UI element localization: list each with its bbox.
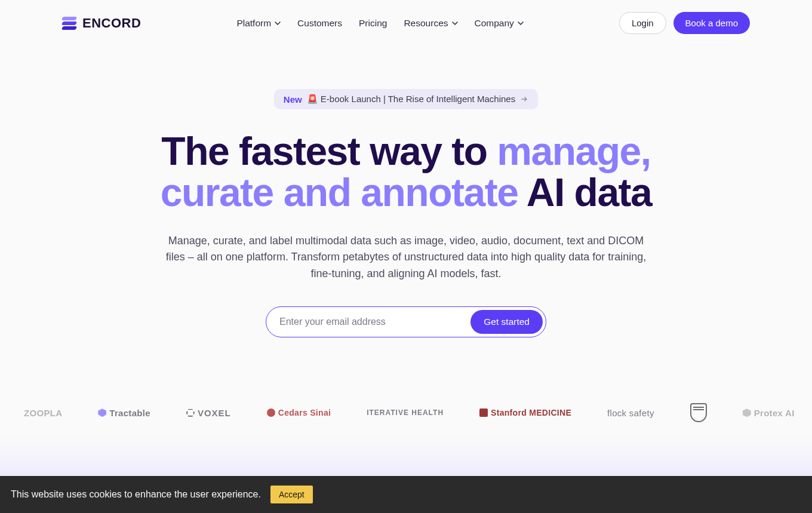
book-demo-button[interactable]: Book a demo [673, 12, 750, 34]
tree-icon [479, 408, 488, 417]
cube-icon [743, 408, 751, 417]
client-logo-tractable: Tractable [98, 408, 150, 418]
nav-label: Platform [236, 18, 271, 29]
swirl-icon [267, 408, 275, 417]
cookie-accept-button[interactable]: Accept [270, 486, 313, 503]
chevron-down-icon [518, 20, 524, 26]
client-logo-philips [690, 403, 707, 422]
philips-shield-icon [690, 403, 707, 422]
nav-label: Company [475, 18, 514, 29]
nav-item-resources[interactable]: Resources [404, 18, 457, 29]
headline-pre: The fastest way to [161, 129, 497, 173]
arrow-right-icon [520, 95, 528, 103]
client-logo-stanford: Stanford MEDICINE [479, 408, 571, 417]
client-logo-zoopla: ZOOPLA [24, 408, 62, 418]
client-logo-iterative: ITERATIVE HEALTH [367, 408, 444, 417]
client-logo-protex: Protex AI [743, 408, 795, 418]
logo-mark-icon [62, 16, 78, 31]
hexagon-icon [186, 408, 195, 417]
email-input[interactable] [279, 317, 470, 327]
announcement-badge: New [284, 94, 302, 105]
client-logo-flock: flock safety [607, 408, 654, 418]
chevron-down-icon [275, 20, 281, 26]
navbar: eNCORD Platform Customers Pricing Resour… [48, 0, 764, 46]
hero: New 🚨 E-book Launch | The Rise of Intell… [119, 89, 693, 337]
announcement-pill[interactable]: New 🚨 E-book Launch | The Rise of Intell… [274, 89, 538, 109]
cookie-text: This website uses cookies to enhance the… [11, 489, 261, 500]
cookie-banner: This website uses cookies to enhance the… [0, 476, 812, 513]
chevron-down-icon [452, 20, 458, 26]
brand-name: eNCORD [82, 16, 141, 31]
nav-label: Resources [404, 18, 448, 29]
brand-logo[interactable]: eNCORD [62, 16, 141, 31]
nav-label: Pricing [359, 18, 387, 29]
client-logo-cedars: Cedars Sinai [267, 408, 331, 417]
nav-item-company[interactable]: Company [475, 18, 524, 29]
login-button[interactable]: Login [619, 12, 666, 34]
nav-item-pricing[interactable]: Pricing [359, 18, 387, 29]
bottom-gradient [0, 436, 812, 478]
hero-headline: The fastest way to manage, curate and an… [134, 131, 678, 214]
hero-subtitle: Manage, curate, and label multimodal dat… [161, 233, 651, 283]
email-capture-form: Get started [266, 306, 546, 337]
nav-item-customers[interactable]: Customers [297, 18, 342, 29]
nav-actions: Login Book a demo [619, 12, 750, 34]
nav-item-platform[interactable]: Platform [236, 18, 281, 29]
get-started-button[interactable]: Get started [470, 310, 543, 334]
client-logo-strip: ZOOPLA Tractable VOXEL Cedars Sinai ITER… [0, 403, 812, 422]
client-logo-voxel: VOXEL [186, 408, 231, 418]
nav-label: Customers [297, 18, 342, 29]
nav-links: Platform Customers Pricing Resources Com… [236, 18, 523, 29]
shield-icon [98, 408, 106, 417]
announcement-text: 🚨 E-book Launch | The Rise of Intelligen… [307, 94, 515, 105]
headline-post: AI data [518, 170, 651, 214]
